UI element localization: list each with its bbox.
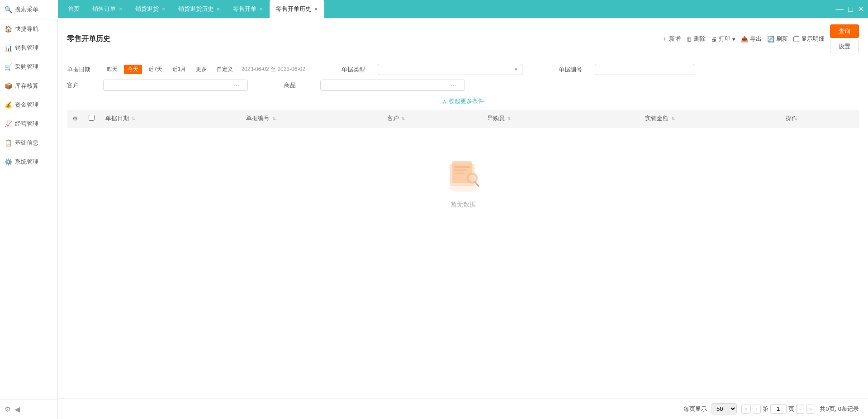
sidebar-item-basic-info[interactable]: 📋 基础信息: [0, 133, 57, 152]
maximize-button[interactable]: □: [848, 5, 853, 14]
total-info: 共0页, 0条记录: [820, 405, 859, 413]
svg-line-8: [475, 182, 479, 186]
home-icon: 🏠: [5, 25, 12, 33]
info-icon: 📋: [5, 139, 12, 146]
tab-sales-return-history[interactable]: 销货退货历史 ✕: [172, 0, 227, 18]
tab-sales-return[interactable]: 销货退货 ✕: [129, 0, 172, 18]
customer-dots[interactable]: ···: [230, 80, 242, 90]
sidebar-label-basic-info: 基础信息: [15, 139, 38, 147]
tab-retail-history[interactable]: 零售开单历史 ✕: [270, 0, 324, 18]
sidebar-item-sys-mgmt[interactable]: ⚙️ 系统管理: [0, 152, 57, 171]
date-filter-buttons: 昨天 今天 近7天 近1月 更多 自定义 2023-06-02 至 2023-0…: [103, 65, 305, 74]
svg-rect-5: [454, 173, 464, 174]
date-btn-today[interactable]: 今天: [124, 65, 142, 74]
date-btn-yesterday[interactable]: 昨天: [103, 65, 121, 74]
add-icon: ＋: [661, 35, 667, 43]
svg-rect-4: [454, 169, 467, 171]
sidebar-item-operations[interactable]: 📈 经营管理: [0, 114, 57, 133]
chart-icon: 📊: [5, 44, 12, 52]
type-label: 单据类型: [342, 66, 369, 74]
settings-button[interactable]: 设置: [830, 40, 859, 53]
page-label-after: 页: [788, 405, 794, 413]
query-button[interactable]: 查询: [830, 24, 859, 38]
th-guide[interactable]: 导购员 ⇅: [482, 110, 602, 127]
customer-input[interactable]: [104, 80, 230, 90]
add-button[interactable]: ＋ 新增: [661, 35, 681, 43]
tab-sales-order-close[interactable]: ✕: [119, 6, 123, 12]
first-page-button[interactable]: «: [741, 405, 751, 414]
refresh-label: 刷新: [776, 35, 788, 43]
th-customer[interactable]: 客户 ⇅: [382, 110, 482, 127]
tab-sales-return-history-close[interactable]: ✕: [216, 6, 220, 12]
prev-page-button[interactable]: ‹: [753, 405, 761, 414]
sort-guide-icon: ⇅: [507, 116, 511, 121]
sidebar-label-sys-mgmt: 系统管理: [15, 158, 38, 166]
settings-icon[interactable]: ⚙: [5, 405, 11, 414]
search-icon: 🔍: [5, 6, 12, 13]
data-table: ⚙ 单据日期 ⇅ 单据编号 ⇅: [67, 110, 859, 236]
th-checkbox[interactable]: [83, 110, 100, 127]
goods-label: 商品: [284, 81, 311, 89]
tab-retail-history-close[interactable]: ✕: [314, 6, 318, 12]
per-page-select[interactable]: 50 10 20 100: [711, 403, 737, 414]
collapse-sidebar-icon[interactable]: ◀: [14, 405, 20, 414]
export-button[interactable]: 📤 导出: [741, 35, 762, 43]
goods-input[interactable]: [321, 80, 447, 90]
delete-icon: 🗑: [686, 36, 692, 42]
tab-sales-return-history-label: 销货退货历史: [178, 5, 213, 13]
sidebar-item-quick-nav[interactable]: 🏠 快捷导航: [0, 19, 57, 38]
sidebar-label-purchase-mgmt: 采购管理: [15, 63, 38, 71]
display-detail-checkbox[interactable]: [793, 36, 799, 42]
sidebar-label-operations: 经营管理: [15, 120, 38, 128]
last-page-button[interactable]: »: [806, 405, 816, 414]
date-label: 单据日期: [67, 66, 94, 74]
page-number-input[interactable]: [770, 404, 787, 414]
print-dropdown-icon[interactable]: ▾: [732, 36, 735, 42]
date-btn-7days[interactable]: 近7天: [145, 65, 166, 74]
delete-button[interactable]: 🗑 删除: [686, 35, 706, 43]
tab-sales-return-close[interactable]: ✕: [161, 6, 166, 12]
empty-row: 暂无数据: [67, 127, 859, 236]
print-label: 打印: [719, 35, 730, 43]
tab-home[interactable]: 首页: [62, 0, 86, 18]
refresh-button[interactable]: 🔄 刷新: [767, 35, 788, 43]
filter-row-1: 单据日期 昨天 今天 近7天 近1月 更多 自定义 2023-06-02 至 2…: [67, 64, 859, 75]
export-label: 导出: [750, 35, 762, 43]
print-button[interactable]: 🖨 打印 ▾: [711, 35, 735, 43]
tab-retail-open-close[interactable]: ✕: [259, 6, 263, 12]
sidebar-item-finance[interactable]: 💰 资金管理: [0, 95, 57, 114]
th-amount[interactable]: 实销金额 ⇅: [640, 110, 780, 127]
date-btn-more[interactable]: 更多: [192, 65, 210, 74]
table-settings-icon[interactable]: ⚙: [72, 115, 78, 122]
type-select[interactable]: ▾: [378, 64, 522, 75]
sort-number-icon: ⇅: [272, 116, 276, 121]
add-label: 新增: [669, 35, 681, 43]
date-range-display: 2023-06-02 至 2023-06-02: [241, 66, 305, 73]
next-page-button[interactable]: ›: [796, 405, 804, 414]
th-number[interactable]: 单据编号 ⇅: [241, 110, 381, 127]
th-settings[interactable]: ⚙: [67, 110, 83, 127]
pagination-bar: 每页显示 50 10 20 100 « ‹ 第 页 › » 共0页, 0条记录: [58, 398, 868, 419]
sidebar-search[interactable]: 🔍 搜索采单: [0, 0, 57, 19]
sidebar-item-inventory[interactable]: 📦 库存核算: [0, 76, 57, 95]
th-date[interactable]: 单据日期 ⇅: [100, 110, 241, 127]
customer-label: 客户: [67, 81, 94, 89]
th-amount-label: 实销金额: [645, 115, 669, 122]
sidebar-item-purchase-mgmt[interactable]: 🛒 采购管理: [0, 57, 57, 76]
minimize-button[interactable]: —: [835, 5, 844, 14]
sidebar-item-sales-mgmt[interactable]: 📊 销售管理: [0, 38, 57, 57]
display-detail-checkbox-item[interactable]: 显示明细: [793, 35, 825, 43]
select-all-checkbox[interactable]: [89, 115, 95, 121]
goods-dots[interactable]: ···: [447, 80, 460, 90]
svg-point-7: [469, 174, 476, 182]
tab-sales-order[interactable]: 销售订单 ✕: [86, 0, 129, 18]
collapse-filter-button[interactable]: ∧ 收起更多条件: [67, 95, 859, 110]
tab-sales-order-label: 销售订单: [92, 5, 116, 13]
th-customer-label: 客户: [387, 115, 399, 122]
date-btn-custom[interactable]: 自定义: [213, 65, 237, 74]
number-input[interactable]: [595, 64, 694, 75]
tab-retail-open[interactable]: 零售开单 ✕: [227, 0, 270, 18]
close-button[interactable]: ✕: [858, 4, 864, 14]
date-btn-1month[interactable]: 近1月: [169, 65, 190, 74]
th-guide-label: 导购员: [487, 115, 505, 122]
